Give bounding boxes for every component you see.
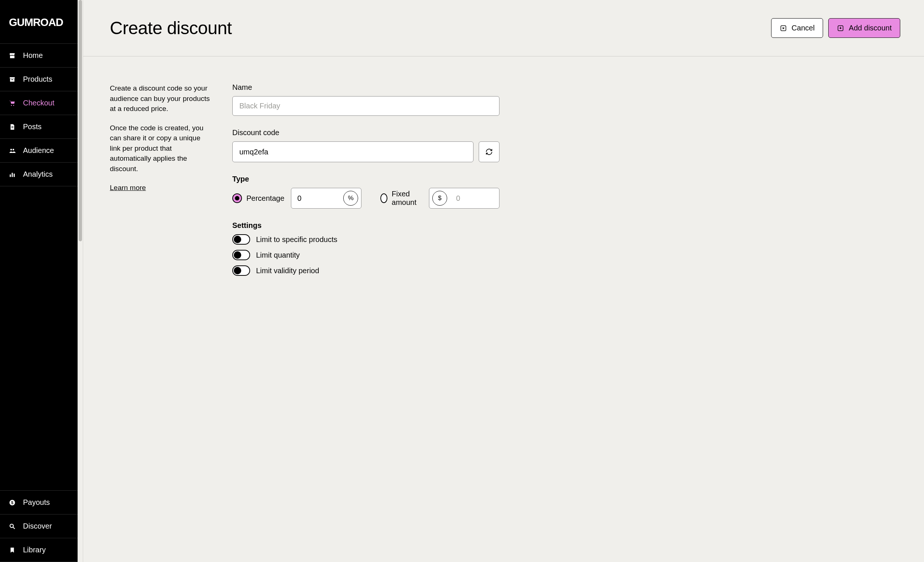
svg-point-14 [10,524,14,527]
toggle-label: Limit validity period [256,266,319,275]
svg-rect-11 [14,173,15,177]
toggle-limit-quantity[interactable] [232,250,250,260]
toggle-limit-products[interactable] [232,234,250,245]
info-column: Create a discount code so your audience … [110,83,210,281]
svg-rect-10 [12,173,13,177]
toggle-limit-validity[interactable] [232,265,250,276]
button-label: Add discount [849,24,892,32]
svg-point-8 [13,149,15,150]
search-icon [8,522,16,530]
svg-point-3 [11,105,12,106]
svg-rect-6 [12,127,14,128]
brand-wordmark: GUMROAD [9,17,69,29]
svg-rect-5 [12,126,14,126]
logo: GUMROAD [0,0,78,44]
sidebar-item-label: Payouts [23,498,50,507]
radio-label: Fixed amount [392,190,422,207]
sidebar-item-label: Analytics [23,170,53,179]
svg-rect-1 [10,79,15,82]
toggle-label: Limit to specific products [256,235,338,244]
nav-spacer [0,186,78,490]
nav-group-top: Home Products Checkout Posts Audience [0,44,78,186]
name-label: Name [232,83,500,92]
page-header: Create discount Cancel Add discount [83,0,924,56]
setting-limit-quantity: Limit quantity [232,250,500,260]
svg-line-15 [13,527,15,529]
header-actions: Cancel Add discount [771,18,900,38]
settings-label: Settings [232,221,500,230]
sidebar-item-checkout[interactable]: Checkout [0,91,78,115]
radio-label: Percentage [246,194,284,203]
name-input[interactable] [232,96,500,116]
svg-rect-9 [10,174,11,177]
fixed-input-wrap: $ [429,188,500,209]
cart-icon [8,99,16,107]
type-label: Type [232,175,500,183]
fixed-amount-input[interactable] [450,194,499,203]
shop-icon [8,52,16,60]
regenerate-code-button[interactable] [479,141,500,162]
sidebar-item-label: Home [23,51,43,60]
button-label: Cancel [792,24,814,32]
sidebar-item-analytics[interactable]: Analytics [0,162,78,186]
setting-limit-products: Limit to specific products [232,234,500,245]
svg-text:$: $ [11,500,14,505]
scrollbar-thumb[interactable] [79,0,82,241]
sidebar-item-label: Library [23,545,46,554]
info-text-1: Create a discount code so your audience … [110,83,210,114]
percentage-option[interactable]: Percentage [232,193,284,203]
sidebar-item-label: Posts [23,123,42,131]
svg-point-4 [13,105,14,106]
svg-rect-0 [10,77,15,79]
people-icon [8,147,16,155]
x-square-icon [780,24,787,32]
setting-limit-validity: Limit validity period [232,265,500,276]
percentage-input[interactable] [291,194,340,203]
download-square-icon [837,24,844,32]
radio-percentage[interactable] [232,193,242,203]
info-text-2: Once the code is created, you can share … [110,123,210,174]
sidebar-item-posts[interactable]: Posts [0,115,78,138]
file-icon [8,123,16,131]
add-discount-button[interactable]: Add discount [828,18,900,38]
fixed-option[interactable]: Fixed amount [380,190,422,207]
type-field: Type Percentage % Fixed amount [232,175,500,209]
toggle-label: Limit quantity [256,251,300,260]
sidebar: GUMROAD Home Products Checkout Posts [0,0,78,562]
nav-group-bottom: $ Payouts Discover Library [0,490,78,562]
form-column: Name Discount code Type [232,83,500,281]
percent-unit: % [343,191,358,206]
archive-icon [8,75,16,84]
currency-unit: $ [432,191,447,206]
cancel-button[interactable]: Cancel [771,18,823,38]
code-label: Discount code [232,128,500,137]
sidebar-item-library[interactable]: Library [0,538,78,562]
bookmark-icon [8,546,16,554]
discount-code-input[interactable] [232,141,474,162]
svg-rect-2 [12,80,14,80]
sidebar-item-discover[interactable]: Discover [0,514,78,538]
sidebar-item-products[interactable]: Products [0,67,78,91]
page-body: Create a discount code so your audience … [83,56,924,296]
page-title: Create discount [110,18,232,38]
scrollbar-track[interactable] [78,0,83,562]
sidebar-item-audience[interactable]: Audience [0,138,78,162]
dollar-icon: $ [8,499,16,507]
main-panel: Create discount Cancel Add discount Crea… [83,0,924,562]
radio-fixed[interactable] [380,193,387,203]
sidebar-item-payouts[interactable]: $ Payouts [0,490,78,514]
sidebar-item-label: Audience [23,146,54,155]
sidebar-item-label: Checkout [23,99,54,107]
learn-more-link[interactable]: Learn more [110,184,146,192]
code-field: Discount code [232,128,500,162]
name-field: Name [232,83,500,116]
sidebar-item-label: Discover [23,522,52,530]
sidebar-item-home[interactable]: Home [0,44,78,67]
refresh-icon [485,148,493,156]
settings-field: Settings Limit to specific products Limi… [232,221,500,281]
svg-point-7 [10,149,12,150]
bars-icon [8,170,16,179]
sidebar-item-label: Products [23,75,52,84]
percentage-input-wrap: % [291,188,362,209]
